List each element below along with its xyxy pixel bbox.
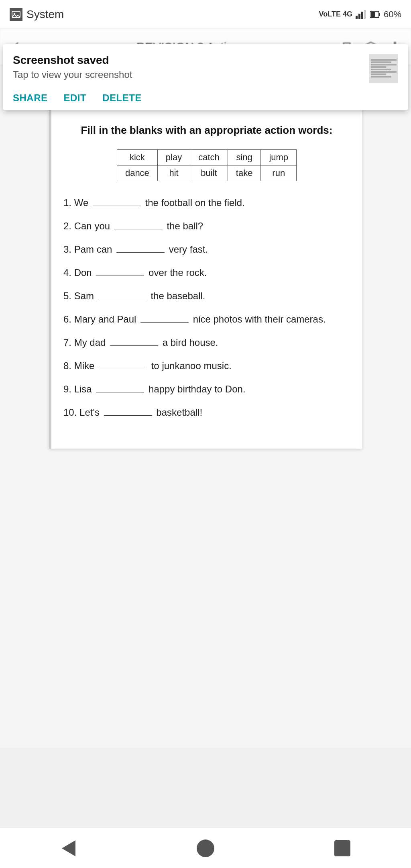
question-1: 1. We the football on the field. <box>63 196 350 210</box>
q2-after: the ball? <box>167 221 203 231</box>
word-play: play <box>157 150 190 165</box>
q1-num: 1. <box>63 197 71 208</box>
back-nav-button[interactable] <box>57 836 81 860</box>
svg-rect-0 <box>12 11 20 18</box>
thumb-line-6 <box>371 71 397 73</box>
notification-header: Screenshot saved Tap to view your screen… <box>13 54 398 83</box>
battery-icon <box>370 10 380 19</box>
q1-after: the football on the field. <box>145 197 245 208</box>
image-icon <box>10 8 22 21</box>
q4-num: 4. <box>63 267 71 278</box>
question-3: 3. Pam can very fast. <box>63 242 350 257</box>
home-nav-icon <box>197 839 214 857</box>
q10-num: 10. <box>63 407 77 418</box>
main-content: REVISION 4 Fill in the blanks with an ap… <box>0 65 411 748</box>
thumb-line-3 <box>371 64 397 65</box>
word-take: take <box>228 165 261 181</box>
share-button[interactable]: SHARE <box>13 92 48 104</box>
battery-percent: 60% <box>384 9 401 20</box>
q7-after: a bird house. <box>163 337 218 348</box>
q8-before: Mike <box>74 360 97 371</box>
q3-num: 3. <box>63 244 71 255</box>
question-9: 9. Lisa happy birthday to Don. <box>63 382 350 396</box>
q10-blank <box>104 415 152 416</box>
question-4: 4. Don over the rock. <box>63 266 350 280</box>
questions-list: 1. We the football on the field. 2. Can … <box>63 196 350 420</box>
q6-after: nice photos with their cameras. <box>193 314 326 325</box>
q9-num: 9. <box>63 384 71 394</box>
word-bank-table: kick play catch sing jump dance hit buil… <box>117 149 297 181</box>
status-app-name: System <box>26 8 64 21</box>
recents-nav-icon <box>334 840 350 856</box>
svg-point-10 <box>394 42 396 44</box>
svg-rect-7 <box>379 13 380 16</box>
bottom-navigation <box>0 828 411 868</box>
q6-num: 6. <box>63 314 71 325</box>
thumb-line-8 <box>371 76 391 78</box>
word-catch: catch <box>190 150 228 165</box>
q8-after: to junkanoo music. <box>151 360 232 371</box>
question-10: 10. Let's basketball! <box>63 405 350 420</box>
status-right: VoLTE 4G 60% <box>319 9 401 20</box>
q7-blank <box>110 345 158 346</box>
signal-text: VoLTE 4G <box>319 10 352 18</box>
q9-after: happy birthday to Don. <box>149 384 246 394</box>
q10-after: basketball! <box>156 407 202 418</box>
q3-before: Pam can <box>74 244 112 255</box>
edit-button[interactable]: EDIT <box>64 92 87 104</box>
q3-blank <box>116 252 165 253</box>
svg-rect-8 <box>371 12 375 17</box>
thumb-line-7 <box>371 74 386 75</box>
q9-blank <box>96 392 144 392</box>
q6-before: Mary and Paul <box>74 314 139 325</box>
q1-before: We <box>74 197 91 208</box>
document-card: REVISION 4 Fill in the blanks with an ap… <box>49 81 362 449</box>
q9-before: Lisa <box>74 384 95 394</box>
q7-num: 7. <box>63 337 71 348</box>
q7-before: My dad <box>74 337 108 348</box>
screenshot-thumbnail <box>369 54 398 83</box>
q4-blank <box>96 276 144 276</box>
question-2: 2. Can you the ball? <box>63 219 350 233</box>
thumb-line-2 <box>371 61 391 63</box>
word-kick: kick <box>117 150 157 165</box>
word-run: run <box>261 165 297 181</box>
q10-before: Let's <box>79 407 102 418</box>
thumb-line-1 <box>371 59 397 61</box>
word-sing: sing <box>228 150 261 165</box>
question-8: 8. Mike to junkanoo music. <box>63 359 350 373</box>
word-dance: dance <box>117 165 157 181</box>
svg-rect-2 <box>356 16 358 19</box>
home-nav-button[interactable] <box>193 836 218 860</box>
recents-nav-button[interactable] <box>330 836 354 860</box>
status-left: System <box>10 8 64 21</box>
q6-blank <box>140 322 189 323</box>
thumb-line-5 <box>371 69 391 70</box>
notification-actions: SHARE EDIT DELETE <box>13 91 398 104</box>
q4-after: over the rock. <box>149 267 207 278</box>
q2-blank <box>114 229 163 229</box>
delete-button[interactable]: DELETE <box>102 92 142 104</box>
q4-before: Don <box>74 267 92 278</box>
word-built: built <box>190 165 228 181</box>
word-jump: jump <box>261 150 297 165</box>
question-6: 6. Mary and Paul nice photos with their … <box>63 312 350 327</box>
notification-card[interactable]: Screenshot saved Tap to view your screen… <box>3 44 408 110</box>
status-bar: System VoLTE 4G 60% <box>0 0 411 29</box>
q3-after: very fast. <box>169 244 208 255</box>
q5-after: the baseball. <box>151 290 205 301</box>
svg-rect-4 <box>361 12 363 19</box>
q5-num: 5. <box>63 290 71 301</box>
q1-blank <box>93 206 141 206</box>
back-nav-icon <box>62 840 75 856</box>
document-instruction: Fill in the blanks with an appropriate a… <box>63 124 350 137</box>
svg-rect-5 <box>364 10 366 19</box>
signal-bars-icon <box>356 10 367 19</box>
notification-title: Screenshot saved <box>13 54 363 67</box>
notification-subtitle: Tap to view your screenshot <box>13 69 363 80</box>
question-5: 5. Sam the baseball. <box>63 289 350 303</box>
thumb-line-4 <box>371 66 386 68</box>
question-7: 7. My dad a bird house. <box>63 335 350 350</box>
q5-blank <box>98 299 146 299</box>
q2-before: Can you <box>74 221 113 231</box>
